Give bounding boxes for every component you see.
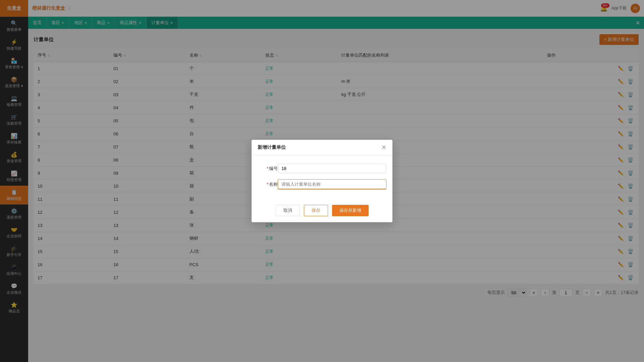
name-label: *名称 [258, 181, 278, 187]
cancel-button[interactable]: 取消 [276, 205, 300, 216]
name-input[interactable] [278, 179, 386, 189]
modal-footer: 取消 保存 保存并新增 [252, 201, 392, 222]
save-and-new-button[interactable]: 保存并新增 [332, 205, 369, 216]
code-label: *编号 [258, 166, 278, 172]
modal-dialog: 新增计量单位 ✕ *编号 *名称 取消 保存 保存并新增 [252, 140, 392, 222]
modal-title: 新增计量单位 [258, 144, 286, 150]
code-input[interactable] [278, 164, 386, 173]
modal-body: *编号 *名称 [252, 156, 392, 201]
modal-overlay[interactable]: 新增计量单位 ✕ *编号 *名称 取消 保存 保存并新增 [0, 0, 644, 362]
modal-close-button[interactable]: ✕ [381, 144, 386, 150]
code-form-row: *编号 [258, 164, 386, 173]
save-button[interactable]: 保存 [304, 205, 328, 216]
name-form-row: *名称 [258, 179, 386, 189]
modal-header: 新增计量单位 ✕ [252, 140, 392, 156]
